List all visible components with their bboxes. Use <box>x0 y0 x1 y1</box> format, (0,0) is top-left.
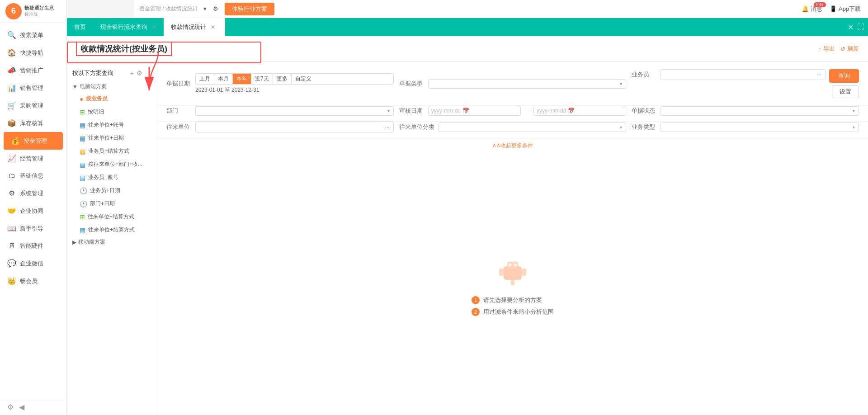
filter-row-2: 部门 ▾ 审核日期 yyyy-mm-dd 📅 — <box>157 106 868 122</box>
top-header-right: 🔔 消息 99+ 📱 App下载 🎧 在线客服 Rit <box>802 3 868 15</box>
scheme-item-icon-table5: ▤ <box>80 226 85 234</box>
tab-home[interactable]: 首页 <box>67 18 93 36</box>
settings-button[interactable]: 设置 <box>832 85 859 98</box>
sidebar-item-system[interactable]: ⚙ 系统管理 <box>0 184 66 202</box>
reviewdate-start[interactable]: yyyy-mm-dd 📅 <box>428 106 521 116</box>
header-settings-icon[interactable]: ⚙ <box>210 4 221 14</box>
sidebar-item-operations[interactable]: 📈 经营管理 <box>0 150 66 167</box>
basic-icon: 🗂 <box>7 172 16 180</box>
svg-rect-5 <box>499 269 504 276</box>
page-content: 收款情况统计(按业务员) ↑ 导出 ↺ 刷新 按以下方案查询 + <box>67 36 868 415</box>
filter-date-row: 单据日期 上月 本月 本年 近7天 更多 自定义 2023-01-01 至 20… <box>166 69 394 98</box>
dept-select[interactable]: ▾ <box>195 106 394 116</box>
date-tab-lastmonth[interactable]: 上月 <box>196 74 214 84</box>
sidebar-item-search[interactable]: 🔍 搜索菜单 <box>0 26 66 44</box>
header-dropdown[interactable]: ▾ <box>203 5 207 12</box>
sidebar-item-guide[interactable]: 📖 新手引导 <box>0 220 66 237</box>
tab-close-all-icon[interactable]: ✕ <box>848 23 854 32</box>
refresh-button[interactable]: ↺ 刷新 <box>840 45 859 53</box>
trial-button[interactable]: 体验行业方案 <box>225 3 274 15</box>
supplier-more[interactable]: ··· <box>385 124 390 130</box>
filter-staff-actions: 业务员 ··· 查询 设置 <box>632 69 859 98</box>
system-icon: ⚙ <box>7 189 16 198</box>
date-tab-thismonth[interactable]: 本月 <box>214 74 233 84</box>
date-tab-7days[interactable]: 近7天 <box>251 74 273 84</box>
collapse-sidebar-icon[interactable]: ◀ <box>19 403 24 411</box>
collapse-row[interactable]: ∧∧ 收起更多条件 <box>157 138 868 153</box>
scheme-item-by-staff[interactable]: ● 按业务员 <box>67 92 157 105</box>
businesstype-select[interactable]: ▾ <box>660 123 859 132</box>
supplier-select[interactable]: ··· <box>195 122 394 132</box>
staff-more[interactable]: ··· <box>817 71 821 78</box>
svg-point-2 <box>509 264 511 266</box>
sidebar-item-member[interactable]: 👑 畅会员 <box>0 272 66 290</box>
operations-icon: 📈 <box>7 154 16 163</box>
scheme-item-supplier-account[interactable]: ▤ 往来单位+账号 <box>67 118 157 132</box>
filter-suppliercategory-row: 往来单位分类 ▾ <box>399 122 627 132</box>
date-tab-thisyear[interactable]: 本年 <box>233 74 251 84</box>
doctype-select[interactable]: ▾ <box>428 79 627 89</box>
tab-bank[interactable]: 现金银行流水查询 ✕ <box>93 18 164 36</box>
tab-bank-close[interactable]: ✕ <box>152 24 156 30</box>
finance-icon: 💰 <box>11 137 20 145</box>
sidebar-item-quicknav[interactable]: 🏠 快捷导航 <box>0 44 66 61</box>
staff-select[interactable]: ··· <box>660 69 826 80</box>
query-button[interactable]: 查询 <box>829 69 859 83</box>
scheme-item-staff-settlement[interactable]: ▦ 业务员+结算方式 <box>67 145 157 158</box>
empty-tip-1: 1 请先选择要分析的方案 <box>472 296 554 304</box>
scheme-item-label: 往来单位+日期 <box>88 134 124 142</box>
scheme-item-supplier-settlement2[interactable]: ▤ 往来单位+结算方式 <box>67 223 157 236</box>
app-name: 畅捷通好生意 <box>24 5 54 11</box>
scheme-item-label: 往来单位+结算方式 <box>88 213 134 221</box>
tab-receipt[interactable]: 收款情况统计 ✕ <box>164 18 225 36</box>
svg-rect-4 <box>511 280 514 285</box>
sidebar-item-basic[interactable]: 🗂 基础信息 <box>0 167 66 184</box>
filter-reviewdate-row: 审核日期 yyyy-mm-dd 📅 — yyyy-mm-dd 📅 <box>399 106 627 116</box>
sidebar-item-label: 企业协同 <box>20 207 43 215</box>
settings-footer-icon[interactable]: ⚙ <box>7 403 14 411</box>
scheme-item-supplier-date[interactable]: ▤ 往来单位+日期 <box>67 132 157 145</box>
sidebar-item-purchase[interactable]: 🛒 采购管理 <box>0 97 66 114</box>
sidebar-item-inventory[interactable]: 📦 库存核算 <box>0 114 66 132</box>
scheme-item-label: 按往来单位+部门+收... <box>88 160 142 168</box>
sidebar-item-marketing[interactable]: 📣 营销推广 <box>0 61 66 79</box>
scheme-item-by-detail[interactable]: ⊞ 按明细 <box>67 105 157 118</box>
purchase-icon: 🛒 <box>7 101 16 110</box>
tab-receipt-close[interactable]: ✕ <box>211 24 215 30</box>
main-wrap: 资金管理 / 收款情况统计 ▾ ⚙ 体验行业方案 🔔 消息 99+ 📱 App下… <box>67 0 868 415</box>
scheme-collapse-icon[interactable]: 《 <box>145 69 151 77</box>
app-download-item[interactable]: 📱 App下载 <box>830 5 861 13</box>
sidebar-item-finance[interactable]: 💰 资金管理 <box>4 132 63 150</box>
scheme-item-staff-date[interactable]: 🕐 业务员+日期 <box>67 184 157 197</box>
scheme-header-actions: + ⚙ 《 <box>130 69 151 77</box>
export-button[interactable]: ↑ 导出 <box>819 45 835 53</box>
sidebar-item-hardware[interactable]: 🖥 智能硬件 <box>0 237 66 255</box>
scheme-header-label: 按以下方案查询 <box>72 69 113 77</box>
reviewdate-end[interactable]: yyyy-mm-dd 📅 <box>533 106 626 116</box>
date-label: 单据日期 <box>166 80 192 88</box>
sidebar-item-enterprise[interactable]: 🤝 企业协同 <box>0 202 66 220</box>
svg-rect-6 <box>522 269 526 276</box>
notification-item[interactable]: 🔔 消息 99+ <box>802 5 822 13</box>
scheme-category-mobile[interactable]: ▶ 移动端方案 <box>67 236 157 248</box>
sidebar-item-wechat[interactable]: 💬 企业微信 <box>0 255 66 272</box>
suppliercategory-select[interactable]: ▾ <box>438 123 627 132</box>
date-separator: — <box>524 108 530 114</box>
scheme-item-label: 按明细 <box>88 108 104 116</box>
docstatus-select[interactable]: ▾ <box>660 106 859 116</box>
date-tab-custom[interactable]: 自定义 <box>292 74 315 84</box>
scheme-item-supplier-settlement1[interactable]: ⊞ 往来单位+结算方式 <box>67 210 157 223</box>
scheme-add-icon[interactable]: + <box>130 70 134 77</box>
date-tab-more[interactable]: 更多 <box>273 74 292 84</box>
page-header-actions: ↑ 导出 ↺ 刷新 <box>819 45 859 53</box>
scheme-category-desktop[interactable]: ▼ 电脑端方案 <box>67 81 157 92</box>
sidebar-item-label: 基础信息 <box>20 172 43 180</box>
scheme-item-staff-account[interactable]: ▤ 业务员+账号 <box>67 171 157 184</box>
sidebar-menu: 🔍 搜索菜单 🏠 快捷导航 📣 营销推广 📊 销售管理 🛒 采购管理 📦 库存核… <box>0 23 66 399</box>
scheme-item-supplier-dept[interactable]: ▤ 按往来单位+部门+收... <box>67 158 157 171</box>
search-icon: 🔍 <box>7 31 16 39</box>
scheme-item-dept-date[interactable]: 🕐 部门+日期 <box>67 197 157 210</box>
sidebar-item-sales[interactable]: 📊 销售管理 <box>0 79 66 97</box>
scheme-settings-icon[interactable]: ⚙ <box>137 70 142 77</box>
tab-maximize-icon[interactable]: ⛶ <box>857 23 864 31</box>
